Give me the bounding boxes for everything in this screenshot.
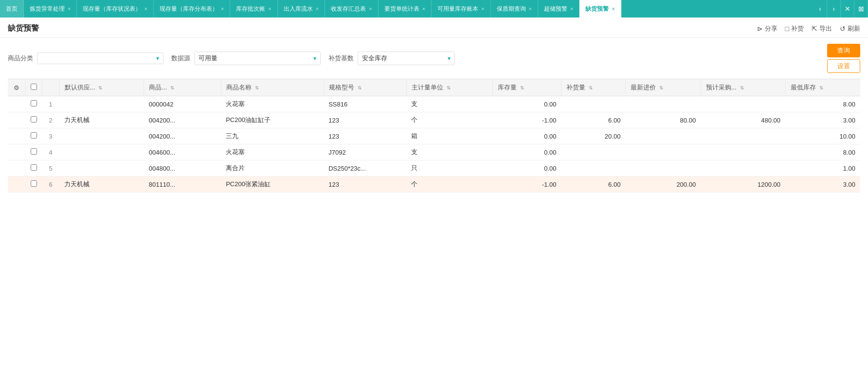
tab-abnormal[interactable]: 炼货异常处理 × xyxy=(24,0,77,18)
row-unit-5: 个 xyxy=(406,176,493,193)
sort-spec-icon: ⇅ xyxy=(358,85,362,90)
row-code-2: 004200... xyxy=(144,128,221,144)
th-stock[interactable]: 库存量 ⇅ xyxy=(493,79,561,96)
row-checkbox-2[interactable] xyxy=(31,132,37,139)
row-stock-1: -1.00 xyxy=(493,112,561,128)
row-checkbox-1[interactable] xyxy=(31,116,37,123)
tab-close-avail-ledger[interactable]: × xyxy=(481,6,484,12)
tab-close-batch-account[interactable]: × xyxy=(268,6,271,12)
tab-close-abnormal[interactable]: × xyxy=(68,6,71,12)
tab-prev-btn[interactable]: ‹ xyxy=(814,0,827,18)
refresh-icon: ↺ xyxy=(840,25,846,33)
row-min-stock-4: 1.00 xyxy=(785,160,860,176)
table-header-row: ⚙ 默认供应... ⇅ 商品... xyxy=(8,79,860,96)
row-forecast-purchase-1: 480.00 xyxy=(701,112,785,128)
row-supplier-5: 力天机械 xyxy=(59,176,144,193)
row-min-stock-1: 3.00 xyxy=(785,112,860,128)
tab-inventory-status[interactable]: 现存量（库存状况表） × xyxy=(77,0,153,18)
row-check-1[interactable] xyxy=(25,112,42,128)
row-replenish-4 xyxy=(561,160,625,176)
row-code-3: 004600... xyxy=(144,144,221,160)
tab-close-overstock[interactable]: × xyxy=(570,6,573,12)
row-check-5[interactable] xyxy=(25,176,42,193)
tab-expiry[interactable]: 保质期查询 × xyxy=(491,0,538,18)
row-num-3: 4 xyxy=(42,144,59,160)
tab-inout-flow[interactable]: 出入库流水 × xyxy=(278,0,325,18)
tab-order-stat[interactable]: 要货单统计表 × xyxy=(379,0,432,18)
tab-close-inventory-status[interactable]: × xyxy=(144,6,147,12)
row-latest-price-3 xyxy=(625,144,701,160)
row-checkbox-4[interactable] xyxy=(31,164,37,171)
row-num-5: 6 xyxy=(42,176,59,193)
row-check-4[interactable] xyxy=(25,160,42,176)
settings-button[interactable]: 设置 xyxy=(827,59,860,73)
export-button[interactable]: ⇱ 导出 xyxy=(812,24,832,33)
tab-shortage[interactable]: 缺货预警 × xyxy=(579,0,621,18)
row-spec-5: 123 xyxy=(324,176,406,193)
tab-avail-ledger[interactable]: 可用量库存账本 × xyxy=(432,0,490,18)
table-row: 4 004600... 火花塞 J7092 支 0.00 8.00 xyxy=(8,144,860,160)
row-latest-price-1: 80.00 xyxy=(625,112,701,128)
row-min-stock-2: 10.00 xyxy=(785,128,860,144)
row-latest-price-2 xyxy=(625,128,701,144)
th-min-stock[interactable]: 最低库存 ⇅ xyxy=(785,79,860,96)
row-forecast-purchase-0 xyxy=(701,96,785,112)
table-row: 5 004800... 离合片 DS250*23c... 只 0.00 1.00 xyxy=(8,160,860,176)
row-check-0[interactable] xyxy=(25,96,42,112)
th-gear[interactable]: ⚙ xyxy=(8,79,25,96)
th-name[interactable]: 商品名称 ⇅ xyxy=(221,79,324,96)
replenish-icon: □ xyxy=(785,25,789,33)
replenish-base-filter-group: 补货基数 安全库存 ▾ xyxy=(328,52,455,65)
row-gear-1 xyxy=(8,112,25,128)
row-forecast-purchase-5: 1200.00 xyxy=(701,176,785,193)
tab-overstock[interactable]: 超储预警 × xyxy=(538,0,579,18)
tab-close-all-btn[interactable]: ⊠ xyxy=(854,0,868,18)
refresh-button[interactable]: ↺ 刷新 xyxy=(840,24,860,33)
replenish-base-select[interactable]: 安全库存 ▾ xyxy=(358,52,455,65)
query-button[interactable]: 查询 xyxy=(827,44,860,57)
sort-unit-icon: ⇅ xyxy=(447,85,451,90)
row-unit-2: 箱 xyxy=(406,128,493,144)
th-unit[interactable]: 主计量单位 ⇅ xyxy=(406,79,493,96)
tab-inventory-dist[interactable]: 现存量（库存分布表） × xyxy=(154,0,230,18)
datasource-select[interactable]: 可用量 ▾ xyxy=(194,52,321,65)
tab-close-inout-flow[interactable]: × xyxy=(316,6,319,12)
export-icon: ⇱ xyxy=(812,25,817,33)
tab-collect-summary[interactable]: 收发存汇总表 × xyxy=(325,0,378,18)
tab-home[interactable]: 首页 xyxy=(0,0,24,18)
row-checkbox-0[interactable] xyxy=(31,100,37,106)
row-checkbox-3[interactable] xyxy=(31,148,37,155)
tab-next-btn[interactable]: › xyxy=(827,0,841,18)
th-latest-price[interactable]: 最新进价 ⇅ xyxy=(625,79,701,96)
share-button[interactable]: ⊳ 分享 xyxy=(757,24,778,33)
tab-close-inventory-dist[interactable]: × xyxy=(221,6,224,12)
row-stock-4: 0.00 xyxy=(493,160,561,176)
th-supplier[interactable]: 默认供应... ⇅ xyxy=(59,79,144,96)
tab-close-collect-summary[interactable]: × xyxy=(369,6,372,12)
tab-batch-account[interactable]: 库存批次账 × xyxy=(230,0,277,18)
row-spec-4: DS250*23c... xyxy=(324,160,406,176)
tab-close-current-btn[interactable]: ✕ xyxy=(841,0,854,18)
replenish-button[interactable]: □ 补货 xyxy=(785,24,804,33)
th-replenish[interactable]: 补货量 ⇅ xyxy=(561,79,625,96)
th-forecast-purchase[interactable]: 预计采购... ⇅ xyxy=(701,79,785,96)
row-code-5: 801110... xyxy=(144,176,221,193)
th-spec[interactable]: 规格型号 ⇅ xyxy=(324,79,406,96)
row-name-0: 火花塞 xyxy=(221,96,324,112)
row-check-2[interactable] xyxy=(25,128,42,144)
row-name-1: PC200油缸缸子 xyxy=(221,112,324,128)
filter-bar: 商品分类 ▾ 数据源 可用量 ▾ 补货基数 安全库存 ▾ 查询 设置 xyxy=(0,38,868,79)
tab-close-shortage[interactable]: × xyxy=(612,6,615,12)
row-code-4: 004800... xyxy=(144,160,221,176)
share-icon: ⊳ xyxy=(757,25,763,33)
tab-close-order-stat[interactable]: × xyxy=(422,6,425,12)
row-unit-4: 只 xyxy=(406,160,493,176)
tab-close-expiry[interactable]: × xyxy=(529,6,532,12)
row-checkbox-5[interactable] xyxy=(31,180,37,187)
row-supplier-1: 力天机械 xyxy=(59,112,144,128)
row-check-3[interactable] xyxy=(25,144,42,160)
th-check[interactable] xyxy=(25,79,42,96)
select-all-checkbox[interactable] xyxy=(31,84,37,90)
th-code[interactable]: 商品... ⇅ xyxy=(144,79,221,96)
category-select[interactable]: ▾ xyxy=(37,53,163,64)
